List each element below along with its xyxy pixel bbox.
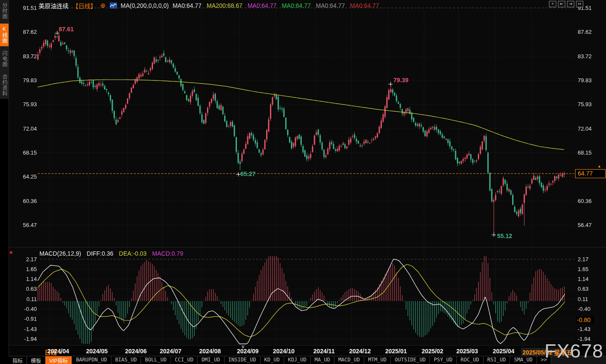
ma-value-5: MA0:64.77: [350, 2, 379, 9]
macd-tick: 2.17: [578, 256, 588, 262]
price-tick: 60.36: [12, 197, 37, 204]
tab-kd-ud[interactable]: KD_UD: [261, 356, 284, 364]
month-label: 2024/08: [199, 348, 221, 355]
period-tag: 【日线】: [72, 1, 96, 10]
tab-dmi-ud[interactable]: DMI_UD: [198, 356, 224, 364]
month-label: 2024/09: [237, 348, 259, 355]
tab-cci-ud[interactable]: CCI_UD: [171, 356, 198, 364]
macd-tick: 1.65: [12, 266, 37, 272]
tab-rsi-ud[interactable]: RSI_UD: [483, 356, 510, 364]
ma-settings: MA(0,200,0,0,0,0): [121, 2, 169, 9]
tab-kdj-ud[interactable]: KDJ_UD: [284, 356, 311, 364]
macd-tick: 0.63: [578, 286, 588, 292]
sidebar-item-3[interactable]: 合约资料: [0, 72, 9, 99]
price-annotation: 55.12: [497, 233, 512, 239]
price-annotation: 79.39: [393, 77, 408, 84]
tab--[interactable]: 指标: [9, 356, 27, 364]
ma-value-4: MA0:64.77: [316, 2, 345, 9]
month-label: 2024/05: [86, 348, 108, 355]
month-label: 2024/04: [48, 348, 69, 355]
tab-inside-ud[interactable]: INSIDE_UD: [225, 356, 261, 364]
macd-tick: -0.40: [12, 306, 37, 312]
macd-tick: 0.63: [12, 286, 37, 292]
current-price-badge: 64.77: [575, 169, 606, 178]
price-tick: 83.72: [12, 53, 37, 59]
month-label: 2024/06: [125, 348, 147, 355]
tab-psy-ud[interactable]: PSY_UD: [430, 356, 456, 364]
watermark: FX678: [544, 341, 603, 361]
tab-ma-ud[interactable]: MA_UD: [311, 356, 334, 364]
sidebar-item-2[interactable]: 闪电图: [0, 48, 9, 70]
kline-indicator-icon[interactable]: [110, 3, 117, 9]
tab-macd-ud[interactable]: MACD_UD: [334, 356, 364, 364]
macd-tick: -1.43: [578, 325, 591, 332]
tab-sma-ud[interactable]: SMA_UD: [510, 356, 537, 364]
left-sidebar: 分时图K线图闪电图合约资料: [0, 0, 9, 364]
zoom-y-icon[interactable]: ⇥: [567, 1, 574, 7]
expand-icon[interactable]: ⊕: [100, 2, 106, 9]
reset-view-icon[interactable]: ↦: [576, 1, 583, 7]
price-tick: 75.93: [578, 101, 592, 107]
month-label: 2025/01: [385, 348, 407, 355]
month-label: 2024/10: [273, 348, 295, 355]
symbol-name: 美原油连续: [39, 1, 69, 10]
macd-tick: 2.17: [12, 256, 37, 262]
tab-boll-ud[interactable]: BOLL_UD: [141, 356, 171, 364]
price-annotation: 87.61: [59, 26, 74, 33]
tab-mtm-ud[interactable]: MTM_UD: [364, 356, 391, 364]
price-tick: 83.72: [578, 53, 592, 59]
month-label: 2025/03: [456, 348, 478, 355]
app-window: 分时图K线图闪电图合约资料 * 美原油连续 【日线】 ⊕ MA(0,200,0,…: [0, 0, 606, 364]
price-tick: 79.83: [578, 77, 592, 84]
macd-tick: -0.40: [578, 306, 591, 312]
month-label: 2024/11: [313, 348, 335, 355]
price-tick: 68.15: [12, 149, 37, 156]
price-tick: 72.04: [12, 125, 37, 131]
chart-toolbar: +⇤⇥↦: [549, 1, 583, 7]
price-annotation: 65.27: [240, 170, 255, 177]
price-tick: 60.36: [578, 197, 592, 204]
price-tick: 72.04: [578, 125, 592, 131]
price-tick: 56.47: [578, 222, 592, 228]
sidebar-item-1[interactable]: K线图: [0, 24, 9, 46]
macd-tick: -1.94: [12, 335, 37, 342]
sidebar-item-0[interactable]: 分时图: [0, 0, 9, 22]
month-label: 2024/07: [160, 348, 182, 355]
tab-vip-[interactable]: VIP指标: [45, 356, 72, 364]
macd-macd-value: MACD:0.79: [152, 250, 183, 257]
chart-header: 美原油连续 【日线】 ⊕ MA(0,200,0,0,0,0) MA0:64.77…: [39, 1, 379, 10]
ma-value-0: MA0:64.77: [173, 2, 202, 9]
macd-diff-value: DIFF:0.36: [87, 250, 113, 257]
price-tick: 56.47: [12, 222, 37, 228]
month-label: 2025/02: [422, 348, 444, 355]
tab-roc-ud[interactable]: ROC_UD: [457, 356, 483, 364]
macd-tick: 1.65: [578, 266, 588, 272]
zoom-x-icon[interactable]: ⇤: [558, 1, 565, 7]
pan-icon[interactable]: +: [549, 1, 556, 7]
time-axis-row: 日线 ▲ 2024/042024/052024/062024/072024/08…: [9, 345, 606, 357]
macd-tick: 1.14: [578, 276, 588, 282]
macd-name: MACD(26,12,9): [39, 250, 81, 257]
price-up-arrow-icon: ▲: [597, 164, 601, 168]
indicator-marker-icon[interactable]: *: [9, 249, 12, 259]
ma-value-1: MA200:68.67: [207, 2, 242, 9]
month-label: 2024/12: [349, 348, 371, 355]
tab-barupdn-ud[interactable]: BARUPDN_UD: [72, 356, 111, 364]
price-tick: 87.62: [578, 29, 592, 35]
price-tick: 75.93: [12, 101, 37, 107]
chart-canvas[interactable]: [0, 0, 606, 364]
timeline-marker-icon: ∨: [241, 344, 245, 349]
price-tick: 91.51: [12, 5, 37, 11]
price-tick: 68.15: [578, 149, 592, 156]
tab--[interactable]: 模板: [27, 356, 45, 364]
macd-tick: 0.11: [578, 296, 588, 302]
macd-tick: 1.14: [12, 276, 37, 282]
price-tick: 64.25: [12, 173, 37, 180]
tab-bias-ud[interactable]: BIAS_UD: [111, 356, 141, 364]
macd-value-badge: -0.80: [576, 316, 594, 324]
macd-dea-value: DEA:-0.03: [119, 250, 147, 257]
ma-value-2: MA0:64.77: [248, 2, 277, 9]
price-tick: 79.83: [12, 77, 37, 84]
tab-outside-ud[interactable]: OUTSIDE_UD: [391, 356, 430, 364]
macd-tick: -1.43: [12, 325, 37, 332]
